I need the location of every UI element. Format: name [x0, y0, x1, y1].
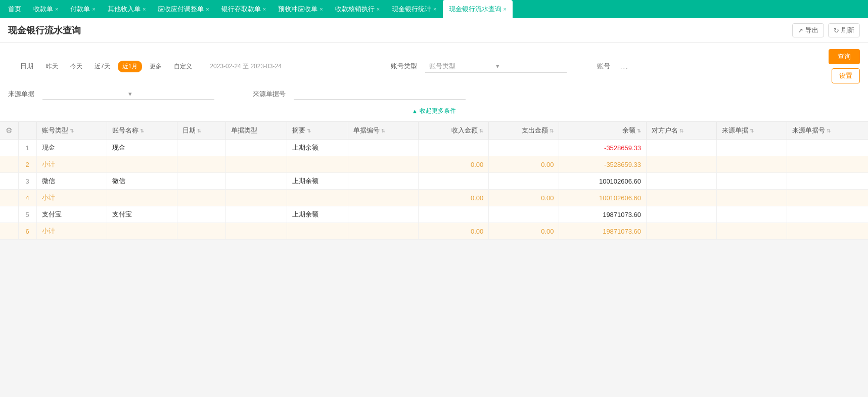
close-icon[interactable]: ×: [55, 0, 58, 18]
date-btn-today[interactable]: 今天: [66, 61, 87, 72]
cell-source-doc-no: [787, 156, 868, 173]
nav-receipt-exec[interactable]: 收款核销执行 ×: [329, 0, 386, 18]
collapse-bar[interactable]: ▲ 收起更多条件: [8, 105, 860, 117]
nav-home[interactable]: 首页: [2, 0, 27, 18]
sort-icon: ⇅: [140, 128, 144, 134]
cell-doc-type: [225, 140, 287, 156]
nav-payments[interactable]: 付款单 ×: [64, 0, 101, 18]
cell-income: [419, 140, 489, 156]
source-doc-label: 来源单据: [8, 90, 34, 99]
nav-bank-deposit[interactable]: 银行存取款单 ×: [215, 0, 272, 18]
cell-doc-type: [225, 223, 287, 240]
close-icon[interactable]: ×: [504, 0, 507, 18]
sort-icon: ⇅: [381, 128, 385, 134]
source-doc-no-input[interactable]: [294, 89, 466, 100]
col-num: [18, 122, 36, 140]
col-expense[interactable]: 支出金额⇅: [489, 122, 559, 140]
query-button[interactable]: 查询: [829, 49, 860, 64]
sort-icon: ⇅: [827, 128, 831, 134]
close-icon[interactable]: ×: [433, 0, 436, 18]
cell-balance: 19871073.60: [559, 223, 647, 240]
gear-icon[interactable]: ⚙: [6, 126, 12, 135]
cell-source-doc: [717, 156, 787, 173]
cell-gear: [0, 156, 18, 173]
col-account-name[interactable]: 账号名称⇅: [107, 122, 177, 140]
account-type-label: 账号类型: [391, 62, 417, 71]
cell-source-doc: [717, 206, 787, 223]
sort-icon: ⇅: [550, 128, 554, 134]
cell-expense: [489, 206, 559, 223]
nav-other-income[interactable]: 其他收入单 ×: [102, 0, 152, 18]
sort-icon: ⇅: [750, 128, 754, 134]
col-doc-no[interactable]: 单据编号⇅: [348, 122, 418, 140]
account-type-select[interactable]: 账号类型 ▾: [425, 60, 567, 73]
col-date[interactable]: 日期⇅: [177, 122, 225, 140]
nav-prepaid[interactable]: 预收冲应收单 ×: [272, 0, 329, 18]
cell-doc-type: [225, 190, 287, 206]
sort-icon: ⇅: [637, 128, 641, 134]
cell-source-doc: [717, 223, 787, 240]
cell-balance: 19871073.60: [559, 206, 647, 223]
sort-icon: ⇅: [197, 128, 201, 134]
sort-icon: ⇅: [679, 128, 683, 134]
cell-counterpart: [647, 140, 717, 156]
filter-area: 日期 昨天 今天 近7天 近1月 更多 自定义 2023-02-24 至 202…: [0, 43, 868, 122]
export-icon: ↗: [798, 27, 803, 34]
cell-expense: 0.00: [489, 156, 559, 173]
table-row: 2 小计 0.00 0.00 -3528659.33: [0, 156, 868, 173]
cell-account-type: 支付宝: [36, 206, 107, 223]
cell-income: [419, 173, 489, 190]
header-actions: ↗ 导出 ↻ 刷新: [792, 23, 860, 37]
cell-counterpart: [647, 173, 717, 190]
nav-ar-ap-adjust[interactable]: 应收应付调整单 ×: [152, 0, 215, 18]
table-body: 1 现金 现金 上期余额 -3528659.33 2 小计 0.00 0.00 …: [0, 140, 868, 240]
close-icon[interactable]: ×: [263, 0, 266, 18]
date-btn-1month[interactable]: 近1月: [118, 61, 143, 72]
nav-cash-bank-stats[interactable]: 现金银行统计 ×: [386, 0, 442, 18]
date-options: 昨天 今天 近7天 近1月 更多 自定义: [41, 61, 197, 72]
cell-counterpart: [647, 156, 717, 173]
close-icon[interactable]: ×: [92, 0, 95, 18]
col-income[interactable]: 收入金额⇅: [419, 122, 489, 140]
col-doc-type: 单据类型: [225, 122, 287, 140]
cell-summary: 上期余额: [287, 206, 348, 223]
close-icon[interactable]: ×: [143, 0, 146, 18]
cell-gear: [0, 173, 18, 190]
col-counterpart[interactable]: 对方户名⇅: [647, 122, 717, 140]
col-source-doc-no[interactable]: 来源单据号⇅: [787, 122, 868, 140]
cell-doc-type: [225, 206, 287, 223]
cell-doc-type: [225, 173, 287, 190]
col-summary[interactable]: 摘要⇅: [287, 122, 348, 140]
source-doc-select[interactable]: ▾: [42, 89, 214, 100]
cell-account-type: 小计: [36, 190, 107, 206]
table-header-row: ⚙ 账号类型⇅ 账号名称⇅ 日期⇅ 单据类型 摘要⇅: [0, 122, 868, 140]
cell-expense: [489, 140, 559, 156]
col-balance[interactable]: 余额⇅: [559, 122, 647, 140]
cell-account-name: 现金: [107, 140, 177, 156]
cell-income: [419, 206, 489, 223]
refresh-button[interactable]: ↻ 刷新: [828, 23, 860, 37]
cell-summary: 上期余额: [287, 140, 348, 156]
nav-cash-bank-flow[interactable]: 现金银行流水查询 ×: [443, 0, 513, 18]
date-btn-yesterday[interactable]: 昨天: [41, 61, 63, 72]
account-ellipsis[interactable]: ...: [618, 63, 631, 70]
close-icon[interactable]: ×: [206, 0, 209, 18]
right-buttons: 查询 设置: [829, 49, 860, 83]
date-btn-more[interactable]: 更多: [145, 61, 166, 72]
source-doc-no-field[interactable]: [298, 90, 462, 98]
close-icon[interactable]: ×: [319, 0, 323, 18]
close-icon[interactable]: ×: [377, 0, 380, 18]
cell-gear: [0, 206, 18, 223]
nav-receipts[interactable]: 收款单 ×: [27, 0, 64, 18]
cell-income: 0.00: [419, 156, 489, 173]
sort-icon: ⇅: [70, 128, 74, 134]
export-button[interactable]: ↗ 导出: [792, 23, 824, 37]
settings-button[interactable]: 设置: [832, 68, 860, 83]
date-btn-7days[interactable]: 近7天: [90, 61, 115, 72]
col-account-type[interactable]: 账号类型⇅: [36, 122, 107, 140]
cell-doc-no: [348, 190, 418, 206]
date-btn-custom[interactable]: 自定义: [169, 61, 197, 72]
cell-date: [177, 156, 225, 173]
date-label: 日期: [8, 62, 33, 71]
col-source-doc[interactable]: 来源单据⇅: [717, 122, 787, 140]
